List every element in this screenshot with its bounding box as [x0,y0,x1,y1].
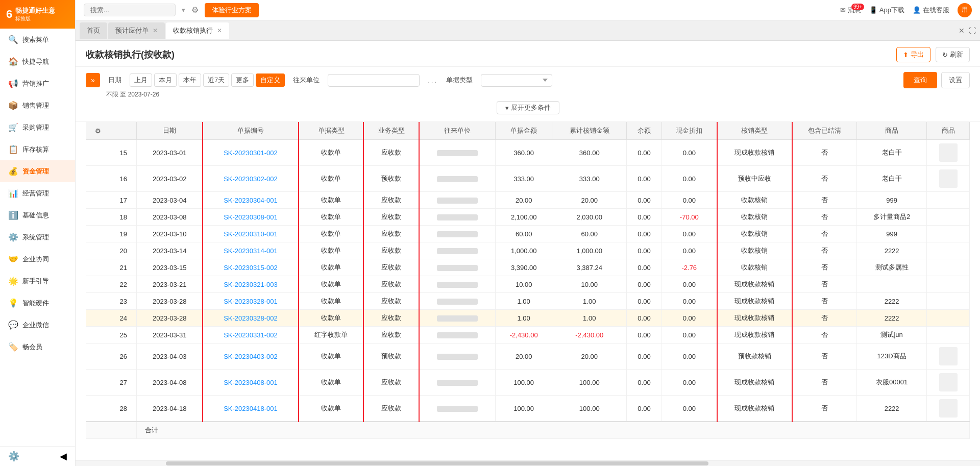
doc-no-link[interactable]: SK-20230331-002 [224,331,278,339]
sidebar-item-system[interactable]: ⚙️ 系统管理 [0,226,75,248]
table-wrapper[interactable]: ⚙ 日期 单据编号 单据类型 业务类型 往来单位 单据金额 累计核销金额 余额 … [76,122,980,460]
app-download-area[interactable]: 📱 App下载 [869,6,904,15]
sidebar-item-operations[interactable]: 📊 经营管理 [0,182,75,204]
doc-no-link[interactable]: SK-20230315-002 [224,264,278,272]
date-btn-custom[interactable]: 自定义 [256,73,285,87]
table-cell[interactable]: SK-20230403-002 [203,344,298,370]
search-input[interactable] [84,4,176,16]
table-cell[interactable]: SK-20230315-002 [203,259,298,276]
logo-sub: 标推版 [15,15,55,22]
table-cell: 预收款 [363,344,419,370]
settings-icon[interactable]: ⚙️ [8,451,19,462]
close-payment-exec[interactable]: ✕ [217,27,222,34]
sidebar-item-quicknav[interactable]: 🏠 快捷导航 [0,51,75,72]
tab-payment-exec[interactable]: 收款核销执行 ✕ [166,22,229,39]
table-cell[interactable]: SK-20230302-002 [203,166,298,192]
table-cell: 衣服00001 [857,370,927,396]
sidebar-item-enterprise[interactable]: 🤝 企业协同 [0,248,75,270]
date-btn-this-year[interactable]: 本年 [179,73,201,87]
customer-input[interactable] [328,74,420,87]
page-title: 收款核销执行(按收款) [86,48,175,61]
doc-no-link[interactable]: SK-20230328-002 [224,314,278,322]
online-service-area[interactable]: 👤 在线客服 [913,6,949,15]
date-btn-more[interactable]: 更多 [231,73,254,87]
close-pre-receivable[interactable]: ✕ [153,27,158,34]
table-cell[interactable]: SK-20230328-001 [203,293,298,310]
th-settings[interactable]: ⚙ [86,122,110,140]
doc-no-link[interactable]: SK-20230301-002 [224,149,278,157]
sidebar-item-guide[interactable]: 🌟 新手引导 [0,270,75,292]
sidebar-item-sales[interactable]: 📦 销售管理 [0,94,75,116]
expand-more-button[interactable]: ▾ 展开更多条件 [497,101,559,114]
table-cell [927,209,970,226]
sidebar-item-wechat[interactable]: 💬 企业微信 [0,314,75,336]
table-cell: 360.00 [495,140,552,166]
sidebar-item-finance[interactable]: 💰 资金管理 [0,160,75,182]
home-icon: 🏠 [8,57,18,66]
table-cell[interactable]: SK-20230321-003 [203,276,298,293]
table-cell: 现成收款核销 [717,396,792,422]
table-cell: 0.00 [662,166,717,192]
table-cell: 1,000.00 [552,242,626,259]
table-cell[interactable]: SK-20230314-001 [203,242,298,259]
table-cell[interactable]: SK-20230308-001 [203,209,298,226]
doc-no-link[interactable]: SK-20230304-001 [224,197,278,204]
sidebar-item-member[interactable]: 🏷️ 畅会员 [0,336,75,358]
table-cell: 0.00 [626,370,662,396]
bottom-scrollbar[interactable] [76,460,980,466]
date-btn-7days[interactable]: 近7天 [203,73,229,87]
table-cell: 收款单 [299,209,364,226]
home-tab-label: 首页 [87,26,100,35]
message-icon-area[interactable]: ✉ 消息 99+ [840,6,861,15]
table-cell[interactable]: SK-20230310-001 [203,226,298,242]
close-tab-icon[interactable]: ✕ [959,27,965,35]
doc-no-link[interactable]: SK-20230314-001 [224,247,278,255]
tab-home[interactable]: 首页 [80,22,107,39]
sidebar-item-inventory[interactable]: 📋 库存核算 [0,138,75,160]
solution-button[interactable]: 体验行业方案 [205,3,259,17]
table-cell [86,293,110,310]
table-cell[interactable]: SK-20230408-001 [203,370,298,396]
doc-no-link[interactable]: SK-20230418-001 [224,405,278,412]
sidebar-item-search[interactable]: 🔍 搜索菜单 [0,29,75,51]
refresh-button[interactable]: ↻ 刷新 [936,47,970,62]
doc-no-link[interactable]: SK-20230408-001 [224,379,278,386]
doc-no-link[interactable]: SK-20230310-001 [224,230,278,238]
sidebar-item-basic[interactable]: ℹ️ 基础信息 [0,204,75,226]
settings-button[interactable]: 设置 [941,72,970,88]
table-cell [419,209,495,226]
table-cell[interactable]: SK-20230418-001 [203,396,298,422]
sidebar-item-marketing[interactable]: 📢 营销推广 [0,72,75,94]
query-button[interactable]: 查询 [903,72,937,88]
maximize-icon[interactable]: ⛶ [969,27,976,35]
doc-no-link[interactable]: SK-20230308-001 [224,213,278,221]
table-cell[interactable]: SK-20230304-001 [203,192,298,209]
table-cell[interactable]: SK-20230331-002 [203,327,298,344]
date-btn-last-month[interactable]: 上月 [130,73,152,87]
user-avatar[interactable]: 用 [958,3,972,17]
filter-expand-button[interactable]: » [86,73,100,87]
enterprise-icon: 🤝 [8,254,18,264]
doc-no-link[interactable]: SK-20230403-002 [224,353,278,360]
tab-pre-receivable[interactable]: 预计应付单 ✕ [108,22,165,39]
receipt-type-select[interactable] [481,74,552,87]
gear-icon[interactable]: ⚙ [191,5,199,15]
table-cell[interactable]: SK-20230328-002 [203,310,298,327]
date-btn-this-month[interactable]: 本月 [154,73,177,87]
table-row: 282023-04-18SK-20230418-001收款单应收款100.001… [86,396,970,422]
table-cell: 否 [792,226,857,242]
pre-receivable-label: 预计应付单 [115,26,149,35]
collapse-icon[interactable]: ◀ [60,451,67,462]
doc-no-link[interactable]: SK-20230328-001 [224,298,278,305]
sidebar-item-purchase[interactable]: 🛒 采购管理 [0,116,75,138]
table-cell [86,242,110,259]
logo-name: 畅捷通好生意 [15,6,55,15]
system-icon: ⚙️ [8,232,18,242]
doc-no-link[interactable]: SK-20230302-002 [224,175,278,183]
sidebar-item-hardware[interactable]: 💡 智能硬件 [0,292,75,314]
export-button[interactable]: ⬆ 导出 [896,47,930,62]
table-cell: 收款单 [299,310,364,327]
table-cell: 333.00 [495,166,552,192]
doc-no-link[interactable]: SK-20230321-003 [224,281,278,288]
table-cell[interactable]: SK-20230301-002 [203,140,298,166]
